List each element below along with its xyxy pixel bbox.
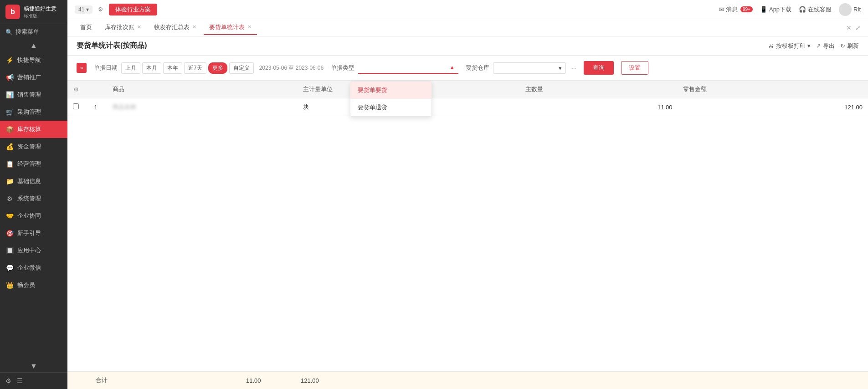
sidebar-label-system: 系统管理 [17,194,41,203]
sidebar-nav: ⚡ 快捷导航 📢 营销推广 📊 销售管理 🛒 采购管理 📦 库存核算 💰 资金管… [0,51,67,360]
customer-service-btn[interactable]: 🎧 在线客服 [799,5,832,14]
sidebar-label-newbie: 新手引导 [17,229,41,237]
maximize-icon[interactable]: ⤢ [855,24,861,31]
tab-close-recv-summary[interactable]: ✕ [192,24,196,30]
row-product: 商品名称 [107,98,298,116]
sidebar-search[interactable]: 🔍 搜索菜单 [0,24,67,40]
chevron-up-icon: ▲ [449,64,455,71]
date-btn-more[interactable]: 更多 [208,62,227,74]
col-header-amount: 零售金额 [678,81,868,98]
type-dropdown: 要货单要货 要货单退货 [350,81,432,117]
sidebar-item-newbie[interactable]: 🎯 新手引导 [0,225,67,242]
tab-label-recv-summary: 收发存汇总表 [154,23,190,31]
sidebar-item-enterprise[interactable]: 🤝 企业协同 [0,207,67,225]
sidebar-label-marketing: 营销推广 [17,73,41,82]
col-header-num [84,81,107,98]
query-button[interactable]: 查询 [584,61,614,75]
tab-label-home: 首页 [80,23,92,31]
type-input[interactable] [362,64,449,71]
data-table-container: ⚙ 商品 主计量单位 主数量 零售金额 1 商品名称 块 11.00 121.0… [67,81,868,371]
page-title: 要货单统计表(按商品) [77,41,147,51]
footer-total-qty: 11.00 [246,377,301,384]
tab-controls: ✕ ⤢ [846,24,861,31]
dropdown-item-order-return[interactable]: 要货单退货 [350,99,431,116]
sidebar-label-basics: 基础信息 [17,177,41,185]
date-range-display: 2023-05-06 至 2023-06-06 [259,64,324,72]
date-buttons: 上月 本月 本年 近7天 更多 自定义 [121,62,254,74]
dropdown-item-order-goods[interactable]: 要货单要货 [350,82,431,99]
sidebar-item-operations[interactable]: 📋 经营管理 [0,155,67,173]
tab-label-inventory-batch: 库存批次账 [105,23,134,31]
wechat-icon: 💬 [5,264,14,271]
enterprise-icon: 🤝 [5,212,14,220]
tab-bar: 首页库存批次账 ✕收发存汇总表 ✕要货单统计表 ✕ ✕ ⤢ [67,19,868,36]
sidebar-item-marketing[interactable]: 📢 营销推广 [0,69,67,86]
logo-text: 畅捷通好生意 标准版 [24,5,56,19]
gear-icon[interactable]: ⚙ [98,6,103,13]
sidebar-label-sales: 销售管理 [17,91,41,99]
column-settings-icon[interactable]: ⚙ [73,86,79,93]
date-btn-this-month[interactable]: 本月 [142,62,161,74]
sidebar-item-purchase[interactable]: 🛒 采购管理 [0,103,67,121]
header-right: ✉ 消息 99+ 📱 App下载 🎧 在线客服 Rit [719,3,861,16]
sidebar-item-inventory[interactable]: 📦 库存核算 [0,121,67,138]
sidebar-item-basics[interactable]: 📁 基础信息 [0,173,67,190]
print-button[interactable]: 🖨 按模板打印 ▾ [768,42,811,50]
export-icon: ↗ [816,42,821,49]
solution-button[interactable]: 体验行业方案 [109,4,157,15]
tab-order-stats[interactable]: 要货单统计表 ✕ [204,20,257,35]
date-label: 单据日期 [94,64,118,72]
warehouse-select[interactable]: ▾ [493,62,566,74]
refresh-button[interactable]: ↻ 刷新 [840,42,859,50]
tab-close-order-stats[interactable]: ✕ [247,24,252,30]
type-select[interactable]: ▲ [358,62,458,74]
export-button[interactable]: ↗ 导出 [816,42,835,50]
refresh-icon: ↻ [840,42,845,49]
sidebar-label-purchase: 采购管理 [17,108,41,116]
logo-icon: b [5,5,20,19]
app-download-btn[interactable]: 📱 App下载 [760,5,791,14]
filter-settings-button[interactable]: 设置 [621,61,648,75]
main-content: 41 ▾ ⚙ 体验行业方案 ✉ 消息 99+ 📱 App下载 🎧 在线客服 Ri… [67,0,868,389]
close-all-tabs-icon[interactable]: ✕ [846,24,852,31]
sidebar-label-wechat: 企业微信 [17,264,41,272]
tab-home[interactable]: 首页 [75,20,98,35]
sales-icon: 📊 [5,91,14,98]
date-btn-custom[interactable]: 自定义 [229,62,254,74]
sidebar-scroll-down[interactable]: ▼ [0,360,67,372]
date-btn-last-month[interactable]: 上月 [121,62,140,74]
row-checkbox[interactable] [67,98,84,116]
col-header-product: 商品 [107,81,298,98]
date-btn-this-year[interactable]: 本年 [163,62,182,74]
sidebar-item-finance[interactable]: 💰 资金管理 [0,138,67,155]
sidebar-item-quick-nav[interactable]: ⚡ 快捷导航 [0,51,67,69]
sidebar-item-system[interactable]: ⚙ 系统管理 [0,190,67,207]
table-row: 1 商品名称 块 11.00 121.00 [67,98,868,116]
more-filters-icon[interactable]: ··· [571,65,576,72]
date-btn-7days[interactable]: 近7天 [184,62,206,74]
data-table: ⚙ 商品 主计量单位 主数量 零售金额 1 商品名称 块 11.00 121.0… [67,81,868,116]
sidebar-item-member[interactable]: 👑 畅会员 [0,276,67,294]
user-avatar[interactable]: Rit [839,3,861,16]
top-header: 41 ▾ ⚙ 体验行业方案 ✉ 消息 99+ 📱 App下载 🎧 在线客服 Ri… [67,0,868,19]
sidebar-item-appstore[interactable]: 🔲 应用中心 [0,242,67,259]
print-icon: 🖨 [768,42,774,49]
messages-btn[interactable]: ✉ 消息 99+ [719,5,753,14]
tab-close-inventory-batch[interactable]: ✕ [137,24,141,30]
purchase-icon: 🛒 [5,108,14,116]
row-num: 1 [84,98,107,116]
sidebar-item-wechat[interactable]: 💬 企业微信 [0,259,67,276]
tab-inventory-batch[interactable]: 库存批次账 ✕ [99,20,147,35]
sidebar-label-enterprise: 企业协同 [17,212,41,220]
tab-recv-summary[interactable]: 收发存汇总表 ✕ [149,20,202,35]
sidebar-scroll-up[interactable]: ▲ [0,40,67,51]
filter-bar: » 单据日期 上月 本月 本年 近7天 更多 自定义 2023-05-06 至 … [67,56,868,81]
nav-number: 41 ▾ [75,5,92,14]
expand-button[interactable]: » [77,63,87,73]
settings-icon[interactable]: ⚙ [5,377,11,384]
date-filter-group: 单据日期 上月 本月 本年 近7天 更多 自定义 2023-05-06 至 20… [94,62,324,74]
sidebar-label-operations: 经营管理 [17,160,41,168]
inventory-icon: 📦 [5,126,14,133]
menu-toggle-icon[interactable]: ☰ [17,377,23,384]
sidebar-item-sales[interactable]: 📊 销售管理 [0,86,67,103]
